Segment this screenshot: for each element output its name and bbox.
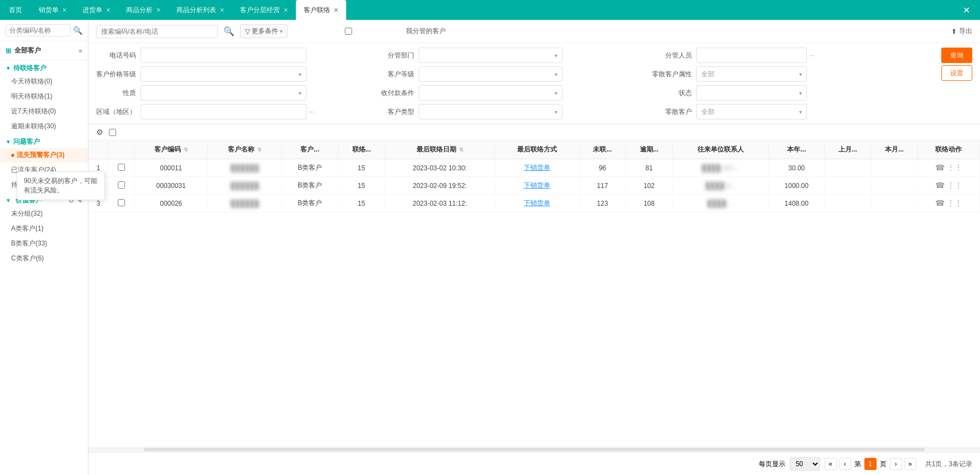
more-options-icon[interactable]: ··· [807, 51, 817, 59]
sidebar-item-7days[interactable]: 近7天待联络(0) [0, 104, 88, 119]
cell-contact: 15 [338, 177, 384, 195]
cell-last-date: 2023-03-02 10:30: [385, 159, 495, 177]
sidebar-item-today[interactable]: 今天待联络(0) [0, 74, 88, 89]
cell-check[interactable] [108, 195, 134, 212]
cell-contact: 15 [338, 159, 384, 177]
cell-last-way[interactable]: 下销货单 [495, 159, 579, 177]
tab-customer-layer[interactable]: 客户分层经营 ✕ [232, 0, 296, 20]
cell-last-way[interactable]: 下销货单 [495, 195, 579, 212]
more-filter-btn[interactable]: ▽ 更多条件 ▾ [240, 24, 288, 38]
col-last-month: 上月... [825, 140, 871, 159]
close-icon[interactable]: ✕ [106, 7, 111, 14]
first-page-btn[interactable]: « [825, 458, 837, 470]
my-customers-filter[interactable]: 我分管的客户 [293, 27, 446, 36]
close-icon[interactable]: ✕ [333, 7, 338, 14]
sidebar-item-ungrouped[interactable]: 未分组(32) [0, 206, 88, 221]
cell-action[interactable]: ☎ ⋮⋮ [918, 159, 980, 176]
sidebar-item-tomorrow[interactable]: 明天待联络(1) [0, 89, 88, 104]
close-icon[interactable]: ✕ [283, 7, 288, 14]
search-input[interactable] [96, 25, 218, 38]
horizontal-scrollbar[interactable] [88, 447, 980, 452]
per-page-select[interactable]: 50 100 200 [790, 457, 820, 471]
table-row: 3 000026 ██████ B类客户 15 2023-02-03 11:12… [88, 195, 980, 212]
close-icon[interactable]: ✕ [62, 7, 67, 14]
sidebar-group-pending[interactable]: ▼ 待联络客户 [0, 60, 88, 74]
sidebar-item-class-a[interactable]: A类客户(1) [0, 221, 88, 236]
row-checkbox[interactable] [118, 199, 125, 206]
sidebar-item-class-c[interactable]: C类客户(6) [0, 251, 88, 266]
action-more-icon[interactable]: ⋮⋮ [947, 199, 962, 207]
row-checkbox[interactable] [118, 181, 125, 189]
cell-check[interactable] [108, 159, 134, 177]
sidebar-item-class-b[interactable]: B类客户(33) [0, 236, 88, 251]
sidebar-search-input[interactable] [6, 24, 71, 36]
chevron-down-icon: ▾ [299, 90, 301, 96]
cell-action[interactable]: ☎ ⋮⋮ [918, 195, 980, 211]
close-icon[interactable]: ✕ [220, 7, 225, 14]
export-btn[interactable]: ⬆ 导出 [951, 27, 972, 36]
col-contact: 联络... [338, 140, 384, 159]
next-page-btn[interactable]: › [890, 458, 902, 470]
window-close-icon[interactable]: ✕ [958, 3, 974, 18]
cell-contact: 15 [338, 195, 384, 212]
sidebar-all-customers[interactable]: ⊞ 全部客户 « [0, 41, 88, 60]
collapse-icon[interactable]: « [79, 47, 82, 55]
active-dot [11, 154, 14, 157]
action-more-icon[interactable]: ⋮⋮ [947, 181, 962, 190]
status-select[interactable]: ▾ [696, 85, 807, 101]
tab-analysis-list[interactable]: 商品分析列表 ✕ [169, 0, 232, 20]
tab-purchase[interactable]: 进货单 ✕ [75, 0, 118, 20]
col-last-way: 最后联络方式 [495, 140, 579, 159]
sidebar-group-problem[interactable]: ▼ 问题客户 [0, 134, 88, 148]
region-more-icon[interactable]: ··· [306, 108, 316, 116]
price-level-select[interactable]: ▾ [140, 66, 306, 82]
content-area: 🔍 ▽ 更多条件 ▾ 我分管的客户 ⬆ 导出 [88, 20, 980, 475]
select-all-checkbox[interactable] [109, 129, 116, 136]
sidebar-item-churn-warning[interactable]: 流失预警客户(3) [0, 148, 88, 163]
sidebar-search-area: 🔍 [0, 20, 88, 41]
cell-this-month [871, 159, 918, 177]
setting-button[interactable]: 设置 [941, 65, 972, 81]
cell-this-year: 1000.00 [769, 177, 825, 195]
region-select[interactable] [140, 104, 306, 119]
sidebar-item-overdue[interactable]: 逾期未联络(30) [0, 119, 88, 134]
query-button[interactable]: 查询 [941, 48, 972, 63]
sort-icon: ⇅ [257, 147, 262, 153]
action-more-icon[interactable]: ⋮⋮ [947, 163, 962, 172]
nature-select[interactable]: ▾ [140, 85, 306, 101]
gear-icon[interactable]: ⚙ [96, 128, 103, 137]
col-last-date[interactable]: 最后联络日期 ⇅ [385, 140, 495, 159]
tab-analysis[interactable]: 商品分析 ✕ [118, 0, 169, 20]
action-contact-icon[interactable]: ☎ [935, 199, 945, 207]
prev-page-btn[interactable]: ‹ [839, 458, 851, 470]
cell-this-month [871, 195, 918, 212]
dept-select[interactable]: ▾ [419, 48, 562, 63]
cell-check[interactable] [108, 177, 134, 195]
cell-last-way[interactable]: 下销货单 [495, 177, 579, 195]
my-customers-checkbox[interactable] [293, 28, 404, 35]
phone-input[interactable] [140, 48, 306, 63]
col-code[interactable]: 客户编码 ⇅ [134, 140, 208, 159]
scrollbar-track[interactable] [144, 448, 925, 451]
col-no-contact: 未联... [579, 140, 625, 159]
action-contact-icon[interactable]: ☎ [935, 181, 945, 190]
tab-customer-contact[interactable]: 客户联络 ✕ [296, 0, 346, 20]
customer-type-select[interactable]: ▾ [419, 104, 562, 119]
search-icon-btn[interactable]: 🔍 [223, 26, 234, 36]
zero-customer-select[interactable]: 全部 ▾ [696, 104, 807, 119]
payment-select[interactable]: ▾ [419, 85, 562, 101]
last-page-btn[interactable]: » [904, 458, 916, 470]
current-page: 1 [864, 458, 877, 470]
cell-action[interactable]: ☎ ⋮⋮ [918, 177, 980, 194]
person-select[interactable] [696, 48, 807, 63]
zero-attr-select[interactable]: 全部 ▾ [696, 66, 807, 82]
tab-sales[interactable]: 销货单 ✕ [31, 0, 75, 20]
close-icon[interactable]: ✕ [156, 7, 161, 14]
col-name[interactable]: 客户名称 ⇅ [208, 140, 282, 159]
tab-home[interactable]: 首页 [0, 0, 31, 20]
customer-level-select[interactable]: ▾ [419, 66, 562, 82]
chevron-down-icon: ▾ [555, 53, 557, 59]
action-contact-icon[interactable]: ☎ [935, 163, 945, 172]
per-page-label: 每页显示 [759, 460, 785, 469]
row-checkbox[interactable] [118, 164, 125, 171]
